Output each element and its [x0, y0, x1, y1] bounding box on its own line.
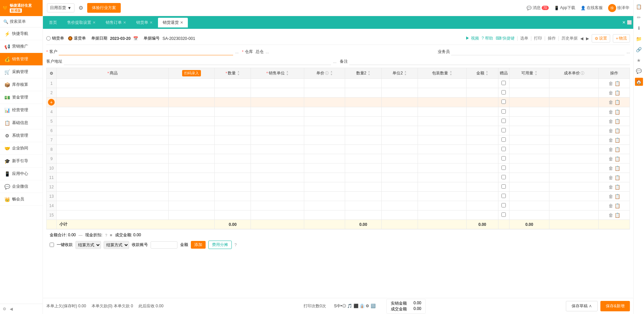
- customer-addr-input[interactable]: [64, 58, 331, 65]
- sidebar-item-purchase[interactable]: 🛒 采购管理: [0, 66, 43, 78]
- cost-price-info[interactable]: ⓘ: [581, 71, 584, 76]
- row-delete-btn[interactable]: 🗑: [608, 184, 613, 190]
- sidebar-item-member[interactable]: 👑 畅会员: [0, 193, 43, 206]
- sidebar-item-wechat[interactable]: 💬 企业微信: [0, 180, 43, 193]
- row-delete-btn[interactable]: 🗑: [608, 156, 613, 162]
- staff-more-btn[interactable]: ...: [627, 50, 630, 54]
- settlement-method-select[interactable]: 结算方式: [75, 241, 101, 249]
- radio-return[interactable]: 退货单: [68, 36, 86, 41]
- tab-home[interactable]: 首页: [44, 18, 62, 27]
- staff-input[interactable]: [451, 48, 625, 55]
- row-copy-btn[interactable]: 📋: [614, 81, 620, 86]
- panel-icon-3[interactable]: ⬇: [635, 24, 643, 32]
- packqty-sort[interactable]: ▲▼: [449, 70, 452, 76]
- row-copy-btn[interactable]: 📋: [614, 128, 620, 133]
- addr-more-btn[interactable]: ...: [333, 59, 336, 64]
- row-product[interactable]: [57, 79, 169, 88]
- row-copy-btn[interactable]: 📋: [614, 147, 620, 152]
- panel-icon-6[interactable]: ★: [635, 56, 643, 64]
- row-copy-btn[interactable]: 📋: [614, 156, 620, 162]
- wuliu-btn[interactable]: + 物流: [613, 34, 630, 43]
- sidebar-item-app-center[interactable]: 📱 应用中心: [0, 168, 43, 180]
- panel-icon-4[interactable]: 📁: [635, 35, 643, 43]
- row-unit2[interactable]: [381, 79, 418, 88]
- row-gift[interactable]: [498, 79, 509, 88]
- row-product[interactable]: [57, 88, 169, 98]
- help-btn[interactable]: ? 帮助: [482, 36, 493, 41]
- tab-close-delivery[interactable]: ✕: [150, 20, 153, 25]
- panel-icon-7[interactable]: 💬: [635, 67, 643, 75]
- scan-btn[interactable]: 扫码录入: [182, 70, 201, 76]
- row-delete-btn[interactable]: 🗑: [608, 81, 613, 86]
- qty2-sort[interactable]: ▲▼: [368, 70, 370, 76]
- app-download-btn[interactable]: 📱 App下载: [554, 5, 575, 11]
- print-btn[interactable]: 打印: [534, 36, 542, 41]
- row-copy-btn[interactable]: 📋: [614, 100, 620, 105]
- customer-more-btn[interactable]: ...: [235, 50, 238, 54]
- save-draft-btn[interactable]: 保存草稿 ∧: [566, 301, 598, 311]
- new-product-input[interactable]: [58, 100, 167, 105]
- remarks-input[interactable]: [349, 58, 630, 65]
- row-copy-btn[interactable]: 📋: [614, 119, 620, 124]
- row-delete-btn[interactable]: 🗑: [608, 194, 613, 199]
- panel-icon-1[interactable]: 📋: [635, 3, 643, 11]
- tab-close-return[interactable]: ✕: [180, 20, 183, 25]
- row-delete-btn[interactable]: 🗑: [608, 109, 613, 115]
- avail-sort[interactable]: ▲▼: [535, 70, 537, 76]
- amount-sort[interactable]: ▲▼: [486, 70, 488, 76]
- shortcuts-btn[interactable]: ⌨ 快捷键: [496, 36, 515, 41]
- row-copy-btn[interactable]: 📋: [614, 137, 620, 143]
- online-service-btn[interactable]: 👤 在线客服: [581, 5, 603, 11]
- add-row-btn[interactable]: +: [48, 99, 55, 106]
- sidebar-search[interactable]: 🔍 搜索菜单: [0, 16, 43, 27]
- category-select[interactable]: 日用百货 ▼: [47, 3, 74, 12]
- sidebar-item-base-info[interactable]: 📋 基础信息: [0, 117, 43, 129]
- sidebar-item-enterprise[interactable]: 🤝 企业协同: [0, 142, 43, 155]
- row-delete-btn[interactable]: 🗑: [608, 212, 613, 218]
- row-delete-btn[interactable]: 🗑: [608, 166, 613, 171]
- price-sort[interactable]: ▲▼: [330, 70, 333, 76]
- qty-sort[interactable]: ▲▼: [237, 70, 240, 76]
- calendar-icon[interactable]: 📅: [133, 36, 138, 41]
- prev-icon[interactable]: ◀: [580, 36, 583, 41]
- row-pack[interactable]: [418, 79, 467, 88]
- account-input[interactable]: [151, 241, 177, 249]
- unit-sort[interactable]: ▲▼: [286, 70, 289, 76]
- row-delete-btn[interactable]: 🗑: [608, 90, 613, 96]
- row-delete-btn[interactable]: 🗑: [608, 128, 613, 133]
- sidebar-item-operations[interactable]: 📊 经营管理: [0, 104, 43, 117]
- radio-sale[interactable]: 销货单: [46, 36, 64, 41]
- discount-info[interactable]: ?: [105, 233, 107, 237]
- fee-btn[interactable]: 费用分摊: [208, 241, 232, 249]
- sidebar-item-sales[interactable]: 💰 销售管理: [0, 53, 43, 66]
- row-copy-btn[interactable]: 📋: [614, 109, 620, 115]
- row-copy-btn[interactable]: 📋: [614, 184, 620, 190]
- user-profile[interactable]: 徐 徐泽华: [608, 4, 629, 12]
- row-delete-btn[interactable]: 🗑: [608, 119, 613, 124]
- sidebar-item-inventory[interactable]: 📦 库存核算: [0, 78, 43, 91]
- tab-close-all[interactable]: ✕: [622, 20, 626, 25]
- select-btn[interactable]: 选单: [520, 36, 528, 41]
- gear-icon[interactable]: ⚙: [50, 71, 53, 76]
- customer-input[interactable]: [59, 48, 233, 55]
- tab-close-price[interactable]: ✕: [93, 20, 96, 25]
- row-available[interactable]: [509, 79, 549, 88]
- tab-sales-delivery[interactable]: 销货单 ✕: [131, 18, 157, 27]
- topbar-settings-icon[interactable]: ⚙: [77, 3, 85, 12]
- sidebar-item-marketing[interactable]: 📢 营销推广: [0, 40, 43, 53]
- collapse-icon[interactable]: ◀: [10, 307, 13, 311]
- row-copy-btn[interactable]: 📋: [614, 175, 620, 180]
- settings-btn[interactable]: ⚙ 设置: [592, 34, 610, 43]
- fee-help-icon[interactable]: ?: [234, 243, 237, 247]
- warehouse-more-btn[interactable]: ...: [266, 50, 269, 54]
- tab-close-order[interactable]: ✕: [123, 20, 126, 25]
- row-cost[interactable]: [549, 79, 599, 88]
- operate-btn[interactable]: 操作: [548, 36, 556, 41]
- calc-method-select[interactable]: 结算方式: [104, 241, 129, 249]
- message-btn[interactable]: 💬 消息 70: [527, 5, 549, 11]
- row-delete-btn[interactable]: 🗑: [608, 100, 613, 105]
- row-delete-btn[interactable]: 🗑: [608, 175, 613, 180]
- row-price[interactable]: [304, 79, 345, 88]
- unit-price-info[interactable]: ⓘ: [325, 71, 329, 76]
- row-unit[interactable]: [251, 79, 304, 88]
